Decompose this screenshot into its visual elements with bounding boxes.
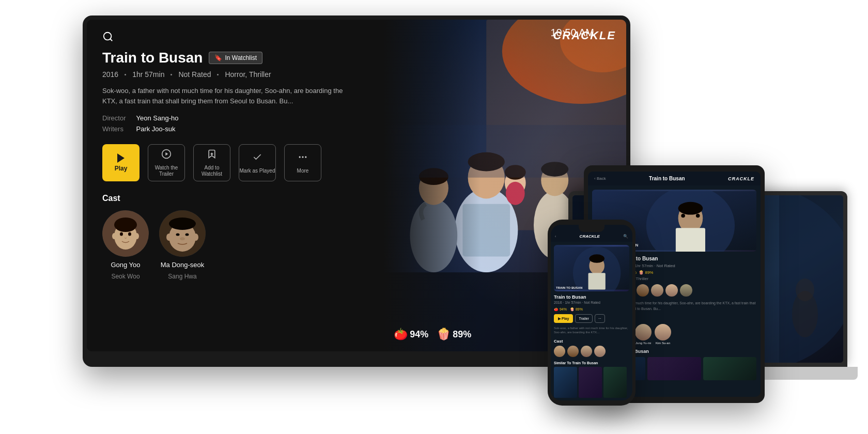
popcorn-score: 89% [453,329,471,340]
phone-back[interactable]: ‹ [555,235,556,238]
phone-play-button[interactable]: ▶ Play [554,314,573,323]
popcorn-rating: 🍿 89% [437,328,471,341]
tablet-similar-3[interactable] [703,357,756,380]
phone-similar-1[interactable] [554,367,577,398]
svg-point-8 [305,157,306,158]
phone-more-button[interactable]: ··· [595,314,605,323]
meta-dot-2 [171,74,172,75]
svg-rect-70 [676,228,705,252]
played-icon [252,152,262,165]
avatar-gongyoo [102,210,149,257]
cast-role-gongyoo: Seok Woo [111,273,140,280]
phone-ratings: 🍅 94% 🍿 89% [554,307,629,312]
tablet-back[interactable]: ‹ Back [594,176,606,181]
more-button[interactable]: More [284,144,321,181]
trailer-label: Watch the Trailer [148,165,184,177]
phone-notch [579,225,605,232]
phone-play-label: Play [562,317,569,320]
search-icon[interactable] [102,31,114,45]
svg-point-34 [506,182,525,205]
tomato-icon: 🍅 [394,328,408,341]
tablet-cast-4 [665,284,678,297]
phone-cast-row [554,346,629,357]
phone-cast-thumb-2[interactable] [567,346,579,357]
tv-time: 10:50 AM [550,27,594,39]
svg-point-19 [176,234,180,236]
movie-title: Train to Busan [102,50,203,66]
svg-point-32 [505,169,526,196]
svg-point-14 [112,233,116,239]
phone-cast-thumb-3[interactable] [581,346,592,357]
movie-description: Sok-woo, a father with not much time for… [102,86,354,106]
meta-dot-3 [217,74,219,75]
tv-left-panel: Train to Busan 🔖 In Watchlist 2016 1hr 5… [87,20,383,351]
watchlist-label: In Watchlist [225,54,257,61]
movie-rating: Not Rated [178,70,211,79]
svg-point-72 [696,214,700,218]
cast-name-gongyoo: Gong Yoo [111,261,140,269]
play-button[interactable]: Play [102,144,140,181]
tomato-score: 94% [410,329,428,340]
svg-point-11 [114,218,137,232]
watchlist-badge: 🔖 In Watchlist [209,52,262,64]
tablet-film-meta: 2016 · 1hr 57min · Not Rated [622,264,756,268]
movie-genres: Horror, Thriller [225,70,271,79]
more-label: More [297,168,309,174]
phone-cast-section: Cast [554,339,629,357]
svg-point-40 [541,162,568,177]
movie-year: 2016 [102,70,118,79]
action-buttons: Play Watch the Trailer [102,144,368,181]
svg-rect-81 [588,273,606,289]
phone-similar-2[interactable] [579,367,602,398]
cast-list: Gong Yoo Seok Woo [102,210,368,280]
phone-similar-row [554,367,629,398]
svg-rect-65 [779,195,843,363]
movie-meta: 2016 1hr 57min Not Rated Horror, Thrille… [102,70,368,79]
movie-credits: Director Yeon Sang-ho Writers Park Joo-s… [102,114,368,133]
trailer-icon [161,149,172,162]
svg-point-33 [505,165,526,180]
phone-movie-title: Train to Busan [554,295,629,300]
phone-cast-thumb-1[interactable] [554,346,565,357]
play-label: Play [115,165,128,172]
director-label: Director [102,114,126,122]
movie-duration: 1hr 57min [132,70,164,79]
bookmark-icon: 🔖 [214,54,222,61]
svg-point-12 [120,233,123,236]
phone-screen: ‹ CRACKLE 🔍 [551,225,632,400]
writers-label: Writers [102,125,126,133]
svg-point-23 [193,234,198,241]
writers-value: Park Joo-suk [136,125,368,133]
mark-played-button[interactable]: Mark as Played [239,144,276,181]
tablet-cast-4-item[interactable]: Kim Su-an [655,324,671,345]
watchlist-add-label: Add to Watchlist [194,165,230,177]
svg-point-22 [166,234,172,241]
svg-point-0 [104,33,112,40]
tablet-avatar-4 [655,324,671,340]
phone-cast-thumb-4[interactable] [594,346,606,357]
watch-trailer-button[interactable]: Watch the Trailer [148,144,185,181]
phone-movie-meta: 2016 · 1hr 57min · Not Rated [554,301,629,304]
svg-point-15 [135,233,139,239]
tablet-cast-3-item[interactable]: Jung Yu-mi [635,324,652,345]
svg-point-21 [180,237,185,240]
cast-item-gongyoo[interactable]: Gong Yoo Seok Woo [102,210,149,280]
tablet-film-name: Train to Busan [622,256,756,261]
add-watchlist-button[interactable]: Add to Watchlist [193,144,230,181]
phone-trailer-button[interactable]: Trailer [575,314,593,323]
ratings-bar: 🍅 94% 🍿 89% [394,328,471,341]
tablet-cast-3 [651,284,663,297]
tablet-similar-2[interactable] [647,357,701,380]
tablet-cast-name-3: Jung Yu-mi [635,342,652,345]
tomato-rating: 🍅 94% [394,328,428,341]
phone-popcorn-rating: 🍿 89% [570,307,583,312]
svg-point-13 [128,233,131,236]
phone-similar-3[interactable] [603,367,627,398]
tablet-cast-name-4: Kim Su-an [655,342,671,345]
tablet-cast-5 [680,284,692,297]
phone-similar-section: Similar To Train To Busan [554,361,629,398]
cast-item-madongseok[interactable]: Ma Dong-seok Sang Hwa [159,210,206,280]
tablet-text-info: Train to Busan 2016 · 1hr 57min · Not Ra… [622,256,756,297]
phone-search[interactable]: 🔍 [623,234,628,239]
director-value: Yeon Sang-ho [136,114,368,122]
